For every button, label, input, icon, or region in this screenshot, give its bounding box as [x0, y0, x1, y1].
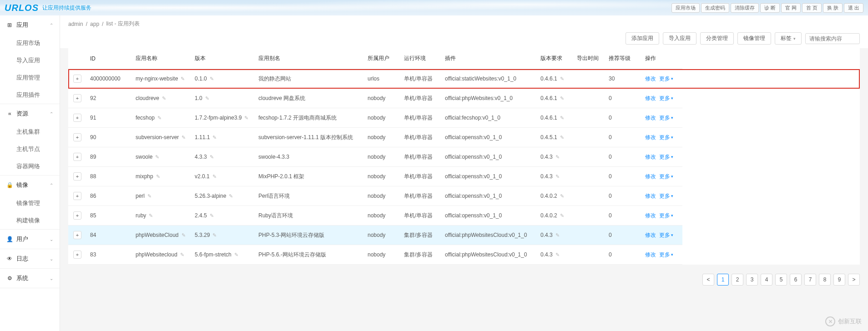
edit-icon[interactable]: ✎ [234, 252, 238, 257]
edit-icon[interactable]: ✎ [149, 213, 153, 218]
search-input[interactable] [805, 33, 860, 44]
toolbar-btn-分类管理[interactable]: 分类管理 [700, 32, 734, 45]
sidebar-group-镜像[interactable]: 🔒镜像⌃ [0, 176, 60, 195]
edit-link[interactable]: 修改 [645, 75, 656, 82]
top-btn-首 页[interactable]: 首 页 [802, 3, 822, 13]
edit-icon[interactable]: ✎ [212, 135, 217, 140]
sidebar-item-导入应用[interactable]: 导入应用 [0, 52, 60, 69]
edit-icon[interactable]: ✎ [162, 95, 166, 101]
pager-page-2[interactable]: 2 [732, 274, 743, 286]
expand-button[interactable]: + [73, 94, 81, 102]
sidebar-item-应用插件[interactable]: 应用插件 [0, 86, 60, 104]
pager-page-5[interactable]: 5 [775, 274, 787, 286]
more-dropdown[interactable]: 更多▾ [659, 134, 673, 141]
edit-icon[interactable]: ✎ [210, 154, 214, 160]
edit-icon[interactable]: ✎ [555, 174, 560, 179]
sidebar-item-应用市场[interactable]: 应用市场 [0, 35, 60, 52]
top-btn-应用市场[interactable]: 应用市场 [671, 3, 700, 13]
edit-icon[interactable]: ✎ [212, 232, 217, 238]
more-dropdown[interactable]: 更多▾ [659, 212, 673, 220]
pager-page-3[interactable]: 3 [746, 274, 758, 286]
edit-icon[interactable]: ✎ [205, 95, 209, 101]
edit-icon[interactable]: ✎ [560, 193, 564, 199]
sidebar-item-构建镜像[interactable]: 构建镜像 [0, 212, 60, 229]
expand-button[interactable]: + [73, 211, 81, 220]
toolbar-btn-镜像管理[interactable]: 镜像管理 [737, 32, 771, 45]
edit-link[interactable]: 修改 [645, 95, 656, 101]
edit-icon[interactable]: ✎ [157, 115, 161, 120]
expand-button[interactable]: + [73, 172, 81, 181]
pager-page-4[interactable]: 4 [761, 274, 772, 286]
edit-icon[interactable]: ✎ [210, 213, 214, 218]
edit-link[interactable]: 修改 [645, 154, 656, 160]
expand-button[interactable]: + [73, 114, 81, 122]
expand-button[interactable]: + [73, 192, 81, 200]
sidebar-item-应用管理[interactable]: 应用管理 [0, 69, 60, 86]
pager-page-9[interactable]: 9 [833, 274, 845, 286]
edit-icon[interactable]: ✎ [181, 76, 185, 81]
edit-icon[interactable]: ✎ [244, 115, 248, 120]
more-dropdown[interactable]: 更多▾ [659, 95, 673, 102]
edit-icon[interactable]: ✎ [555, 252, 560, 257]
edit-icon[interactable]: ✎ [147, 193, 151, 199]
pager-page-6[interactable]: 6 [790, 274, 802, 286]
edit-icon[interactable]: ✎ [155, 154, 159, 160]
crumb-1[interactable]: app [90, 21, 99, 27]
expand-button[interactable]: + [73, 231, 81, 239]
expand-button[interactable]: + [73, 133, 81, 141]
more-dropdown[interactable]: 更多▾ [659, 75, 673, 83]
toolbar-btn-添加应用[interactable]: 添加应用 [626, 32, 659, 45]
edit-link[interactable]: 修改 [645, 115, 656, 121]
sidebar-group-系统[interactable]: ⚙系统⌄ [0, 269, 60, 288]
edit-icon[interactable]: ✎ [210, 76, 214, 81]
edit-icon[interactable]: ✎ [212, 174, 217, 179]
edit-link[interactable]: 修改 [645, 232, 656, 238]
more-dropdown[interactable]: 更多▾ [659, 153, 673, 161]
more-dropdown[interactable]: 更多▾ [659, 192, 673, 200]
more-dropdown[interactable]: 更多▾ [659, 114, 673, 122]
top-btn-换 肤[interactable]: 换 肤 [823, 3, 843, 13]
sidebar-group-日志[interactable]: 👁日志⌄ [0, 249, 60, 268]
sidebar-item-主机集群[interactable]: 主机集群 [0, 123, 60, 140]
edit-icon[interactable]: ✎ [156, 174, 160, 179]
edit-icon[interactable]: ✎ [560, 213, 564, 218]
top-btn-退 出[interactable]: 退 出 [844, 3, 863, 13]
top-btn-诊 断[interactable]: 诊 断 [760, 3, 780, 13]
crumb-0[interactable]: admin [68, 21, 83, 27]
top-btn-生成密码[interactable]: 生成密码 [701, 3, 729, 13]
sidebar-item-镜像管理[interactable]: 镜像管理 [0, 195, 60, 212]
edit-link[interactable]: 修改 [645, 173, 656, 180]
more-dropdown[interactable]: 更多▾ [659, 231, 673, 239]
sidebar-group-资源[interactable]: ∝资源⌃ [0, 104, 60, 123]
edit-link[interactable]: 修改 [645, 193, 656, 199]
tag-dropdown[interactable]: 标签▾ [775, 32, 802, 45]
edit-link[interactable]: 修改 [645, 134, 656, 140]
sidebar-group-用户[interactable]: 👤用户⌄ [0, 230, 60, 249]
edit-icon[interactable]: ✎ [180, 252, 184, 257]
edit-icon[interactable]: ✎ [560, 76, 564, 81]
edit-icon[interactable]: ✎ [560, 95, 564, 101]
edit-link[interactable]: 修改 [645, 251, 656, 258]
edit-icon[interactable]: ✎ [560, 115, 564, 120]
edit-icon[interactable]: ✎ [182, 135, 186, 140]
toolbar-btn-导入应用[interactable]: 导入应用 [663, 32, 696, 45]
sidebar-item-容器网络[interactable]: 容器网络 [0, 158, 60, 175]
pager-next[interactable]: > [848, 274, 860, 286]
top-btn-官 网[interactable]: 官 网 [781, 3, 801, 13]
sidebar-group-应用[interactable]: ⊞应用⌃ [0, 15, 60, 35]
pager-page-8[interactable]: 8 [819, 274, 831, 286]
edit-icon[interactable]: ✎ [182, 232, 186, 238]
edit-icon[interactable]: ✎ [555, 154, 560, 160]
top-btn-清除缓存[interactable]: 清除缓存 [731, 3, 759, 13]
expand-button[interactable]: + [73, 251, 81, 259]
more-dropdown[interactable]: 更多▾ [659, 251, 673, 259]
edit-link[interactable]: 修改 [645, 212, 656, 219]
pager-prev[interactable]: < [702, 274, 714, 286]
pager-page-7[interactable]: 7 [804, 274, 816, 286]
pager-page-1[interactable]: 1 [717, 274, 729, 286]
expand-button[interactable]: + [73, 75, 81, 83]
edit-icon[interactable]: ✎ [560, 135, 564, 140]
more-dropdown[interactable]: 更多▾ [659, 173, 673, 181]
sidebar-item-主机节点[interactable]: 主机节点 [0, 140, 60, 158]
edit-icon[interactable]: ✎ [229, 193, 233, 199]
